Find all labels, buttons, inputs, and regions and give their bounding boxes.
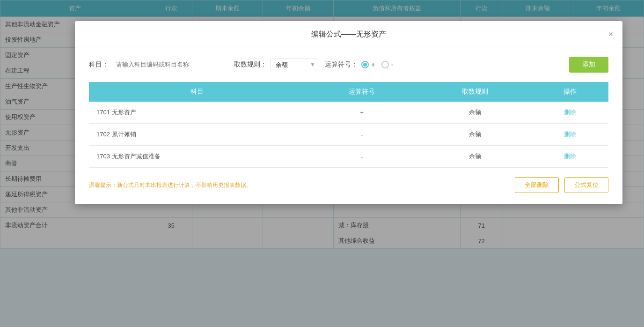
formula-action-cell[interactable]: 删除	[531, 146, 608, 168]
rule-label: 取数规则：	[234, 60, 267, 69]
formula-operator-cell: -	[305, 146, 418, 168]
subject-group: 科目：	[89, 59, 225, 70]
formula-table-header-row: 科目 运算符号 取数规则 操作	[89, 82, 608, 102]
th-subject: 科目	[89, 82, 305, 102]
footer-buttons: 全部删除 公式复位	[515, 177, 608, 193]
formula-operator-cell: +	[305, 102, 418, 124]
th-action: 操作	[531, 82, 608, 102]
radio-minus-label: -	[391, 61, 394, 68]
formula-subject-cell: 1701 无形资产	[89, 102, 305, 124]
formula-subject-cell: 1703 无形资产减值准备	[89, 146, 305, 168]
formula-action-cell[interactable]: 删除	[531, 102, 608, 124]
formula-table: 科目 运算符号 取数规则 操作 1701 无形资产 + 余额 删除 1702 累…	[89, 82, 608, 168]
th-rule: 取数规则	[418, 82, 531, 102]
formula-row: 1703 无形资产减值准备 - 余额 删除	[89, 146, 608, 168]
radio-plus-circle	[361, 61, 369, 68]
formula-rule-cell: 余额	[418, 102, 531, 124]
close-button[interactable]: ×	[608, 30, 613, 38]
formula-form: 科目： 取数规则： 余额借方贷方借方发生额贷方发生额 ▼ 运算符号： + -	[75, 47, 622, 82]
modal-header: 编辑公式——无形资产 ×	[75, 21, 622, 47]
formula-operator-cell: -	[305, 124, 418, 146]
operator-label: 运算符号：	[325, 60, 358, 69]
formula-table-wrap: 科目 运算符号 取数规则 操作 1701 无形资产 + 余额 删除 1702 累…	[89, 82, 608, 168]
delete-row-link[interactable]: 删除	[564, 153, 576, 160]
modal-title: 编辑公式——无形资产	[311, 30, 386, 39]
radio-minus-circle	[381, 61, 389, 68]
modal-footer: 温馨提示：新公式只对未出报表进行计算，不影响历史报表数据。 全部删除 公式复位	[75, 168, 622, 193]
formula-row: 1701 无形资产 + 余额 删除	[89, 102, 608, 124]
radio-plus-item[interactable]: +	[361, 61, 375, 68]
operator-group: 运算符号： + -	[325, 60, 394, 69]
subject-input[interactable]	[112, 59, 225, 70]
footer-tip: 温馨提示：新公式只对未出报表进行计算，不影响历史报表数据。	[89, 181, 252, 189]
formula-subject-cell: 1702 累计摊销	[89, 124, 305, 146]
radio-plus-label: +	[371, 61, 375, 68]
formula-rule-cell: 余额	[418, 146, 531, 168]
formula-action-cell[interactable]: 删除	[531, 124, 608, 146]
subject-label: 科目：	[89, 60, 109, 69]
delete-row-link[interactable]: 删除	[564, 131, 576, 138]
delete-row-link[interactable]: 删除	[564, 109, 576, 116]
edit-formula-modal: 编辑公式——无形资产 × 科目： 取数规则： 余额借方贷方借方发生额贷方发生额 …	[75, 21, 622, 204]
rule-select-wrap: 余额借方贷方借方发生额贷方发生额 ▼	[271, 59, 315, 71]
radio-minus-item[interactable]: -	[381, 61, 394, 68]
rule-group: 取数规则： 余额借方贷方借方发生额贷方发生额 ▼	[234, 59, 315, 71]
add-button[interactable]: 添加	[569, 57, 608, 73]
formula-row: 1702 累计摊销 - 余额 删除	[89, 124, 608, 146]
delete-all-button[interactable]: 全部删除	[515, 177, 559, 193]
formula-rule-cell: 余额	[418, 124, 531, 146]
rule-select[interactable]: 余额借方贷方借方发生额贷方发生额	[271, 59, 317, 71]
reset-formula-button[interactable]: 公式复位	[564, 177, 608, 193]
th-operator: 运算符号	[305, 82, 418, 102]
operator-radio-group: + -	[361, 61, 394, 68]
